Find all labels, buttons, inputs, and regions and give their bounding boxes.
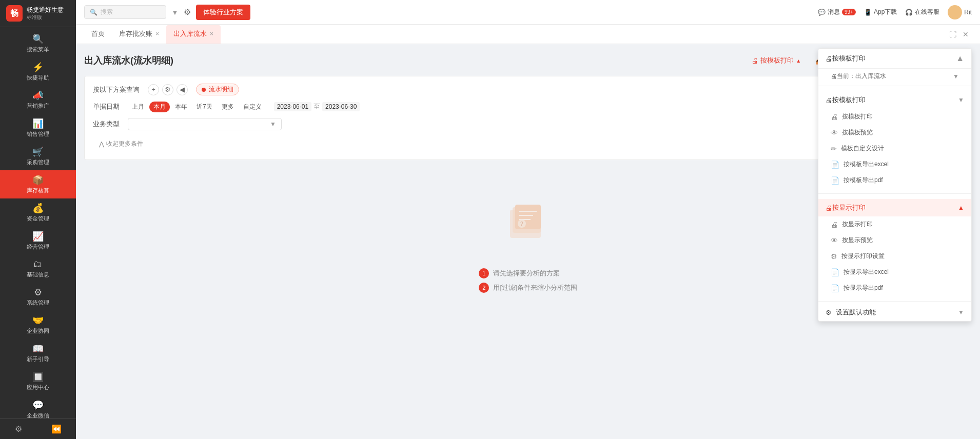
header-dropdown-arrow[interactable]: ▼ xyxy=(171,8,179,16)
sidebar-item-operations[interactable]: 📈 经营管理 xyxy=(0,227,76,255)
date-btn-more[interactable]: 更多 xyxy=(218,102,238,112)
item-excel-icon: 📄 xyxy=(831,161,839,169)
tab-batch-account-close[interactable]: × xyxy=(155,30,159,37)
display-print-section: 🖨 按显示打印 ▲ 🖨 按显示打印 👁 按显示预览 ⚙ 按显示打印设置 xyxy=(818,196,971,299)
dropdown-close-button[interactable]: ▲ xyxy=(956,54,964,63)
empty-icon: ? xyxy=(502,197,554,258)
app-download-label: App下载 xyxy=(874,8,897,16)
display-print-label: 按显示打印 xyxy=(832,203,866,212)
tab-bar: 首页 库存批次账 × 出入库流水 × ⛶ ✕ xyxy=(76,25,980,44)
sidebar-item-guide[interactable]: 📖 新手引导 xyxy=(0,339,76,367)
sidebar-settings-button[interactable]: ⚙ xyxy=(15,424,22,434)
industry-solution-button[interactable]: 体验行业方案 xyxy=(196,5,250,20)
app-download-button[interactable]: 📱 App下载 xyxy=(864,8,897,16)
tab-home-label: 首页 xyxy=(91,29,105,38)
tab-batch-account[interactable]: 库存批次账 × xyxy=(112,25,166,44)
sidebar-item-base[interactable]: 🗂 基础信息 xyxy=(0,255,76,283)
sidebar-collapse-button[interactable]: ⏪ xyxy=(51,424,62,434)
system-icon: ⚙ xyxy=(34,287,42,298)
biz-type-label: 业务类型 xyxy=(93,119,120,129)
sidebar-item-search[interactable]: 🔍 搜索菜单 xyxy=(0,29,76,57)
search-icon: 🔍 xyxy=(32,33,44,45)
dropdown-header: 🖨 按模板打印 ▲ xyxy=(818,49,971,69)
dropdown-item-display-preview[interactable]: 👁 按显示预览 xyxy=(818,232,971,248)
sidebar-item-enterprise[interactable]: 🤝 企业协同 xyxy=(0,311,76,339)
sidebar-item-marketing[interactable]: 📣 营销推广 xyxy=(0,86,76,114)
date-from[interactable]: 2023-06-01 xyxy=(274,102,311,111)
message-button[interactable]: 💬 消息 99+ xyxy=(818,8,856,16)
item-pdf-icon: 📄 xyxy=(831,176,839,185)
sidebar-item-inventory[interactable]: 📦 库存核算 xyxy=(0,170,76,198)
header-settings-icon[interactable]: ⚙ xyxy=(184,7,191,17)
dropdown-item-template-pdf[interactable]: 📄 按模板导出pdf xyxy=(818,172,971,188)
logo-text-block: 畅捷通好生意 标准版 xyxy=(27,6,64,22)
filter-collapse-button[interactable]: ◀ xyxy=(177,84,188,95)
sales-icon: 📊 xyxy=(32,118,44,129)
date-btn-last-month[interactable]: 上月 xyxy=(128,102,148,112)
filter-settings-button[interactable]: ⚙ xyxy=(162,84,173,95)
item-label: 按模板打印 xyxy=(842,112,873,121)
filter-add-button[interactable]: + xyxy=(148,84,159,95)
date-range: 2023-06-01 至 2023-06-30 xyxy=(274,102,360,111)
header-search-box[interactable]: 🔍 搜索 xyxy=(84,5,166,19)
date-to[interactable]: 2023-06-30 xyxy=(322,102,360,111)
sidebar-item-app-center[interactable]: 🔲 应用中心 xyxy=(0,367,76,395)
filter-active-tag: 流水明细 xyxy=(196,84,239,95)
sidebar-item-wechat[interactable]: 💬 企业微信 xyxy=(0,395,76,418)
template-print-icon: 🖨 xyxy=(826,96,832,104)
settings-icon: ⚙ xyxy=(165,86,171,93)
sidebar-item-purchase[interactable]: 🛒 采购管理 xyxy=(0,142,76,170)
dropdown-item-display-print-settings[interactable]: ⚙ 按显示打印设置 xyxy=(818,248,971,264)
sidebar-item-label: 基础信息 xyxy=(27,271,49,278)
online-service-button[interactable]: 🎧 在线客服 xyxy=(905,8,939,16)
message-label: 消息 xyxy=(828,8,840,16)
date-label: 单据日期 xyxy=(93,102,120,111)
date-btn-this-year[interactable]: 本年 xyxy=(171,102,191,112)
tab-close-all-button[interactable]: ✕ xyxy=(959,30,972,38)
tab-home[interactable]: 首页 xyxy=(84,25,112,44)
step-2-number: 2 xyxy=(479,283,489,293)
enterprise-icon: 🤝 xyxy=(32,315,44,326)
dropdown-item-display-pdf[interactable]: 📄 按显示导出pdf xyxy=(818,280,971,296)
logo-tag: 标准版 xyxy=(27,14,64,21)
sidebar-item-finance[interactable]: 💰 资金管理 xyxy=(0,198,76,227)
user-avatar-button[interactable]: Rit xyxy=(948,5,972,19)
dropdown-item-template-custom[interactable]: ✏ 模板自定义设计 xyxy=(818,141,971,156)
biz-type-select[interactable]: ▼ xyxy=(128,118,282,130)
dropdown-item-display-excel[interactable]: 📄 按显示导出excel xyxy=(818,264,971,280)
date-btn-this-month[interactable]: 本月 xyxy=(149,102,170,112)
tab-maximize-button[interactable]: ⛶ xyxy=(946,30,959,38)
sidebar-item-system[interactable]: ⚙ 系统管理 xyxy=(0,283,76,311)
print-template-button[interactable]: 🖨 按模板打印 ▲ xyxy=(748,54,805,67)
dropdown-item-template-excel[interactable]: 📄 按模板导出excel xyxy=(818,156,971,172)
template-print-label: 按模板打印 xyxy=(832,95,866,105)
add-icon: + xyxy=(151,86,155,93)
dropdown-item-template-preview[interactable]: 👁 按模板预览 xyxy=(818,125,971,141)
dropdown-item-template-print[interactable]: 🖨 按模板打印 xyxy=(818,109,971,125)
dropdown-item-display-print[interactable]: 🖨 按显示打印 xyxy=(818,216,971,232)
tab-inout-flow[interactable]: 出入库流水 × xyxy=(166,25,221,44)
date-btn-custom[interactable]: 自定义 xyxy=(239,102,266,112)
logo-icon: 畅 xyxy=(6,5,23,22)
filter-section-label: 按以下方案查询 xyxy=(93,85,140,94)
tag-dot xyxy=(202,88,206,92)
current-icon: 🖨 xyxy=(831,73,837,80)
date-btn-last-7[interactable]: 近7天 xyxy=(192,102,217,112)
tab-inout-flow-close[interactable]: × xyxy=(210,30,213,37)
biz-type-arrow: ▼ xyxy=(270,121,276,128)
display-print-section-title[interactable]: 🖨 按显示打印 ▲ xyxy=(818,199,971,216)
step-2-text: 用[过滤]条件来缩小分析范围 xyxy=(493,283,577,292)
item-label: 按显示打印 xyxy=(842,220,873,229)
online-service-label: 在线客服 xyxy=(915,8,939,16)
sidebar-item-quick-nav[interactable]: ⚡ 快捷导航 xyxy=(0,57,76,86)
dropdown-header-icon: 🖨 xyxy=(826,55,832,63)
template-print-section-title[interactable]: 🖨 按模板打印 ▼ xyxy=(818,91,971,109)
set-default-section-title[interactable]: ⚙ 设置默认功能 ▼ xyxy=(818,304,971,321)
header-left: 🔍 搜索 ▼ ⚙ 体验行业方案 xyxy=(84,5,250,20)
tab-batch-account-label: 库存批次账 xyxy=(119,29,152,38)
purchase-icon: 🛒 xyxy=(32,146,44,157)
tag-label: 流水明细 xyxy=(209,85,233,94)
sidebar-item-sales[interactable]: 📊 销售管理 xyxy=(0,114,76,142)
page-area: 出入库流水(流水明细) 🖨 按模板打印 ▲ 📤 导出 🔄 刷新 xyxy=(76,44,980,439)
sidebar-logo: 畅 畅捷通好生意 标准版 xyxy=(0,0,76,27)
